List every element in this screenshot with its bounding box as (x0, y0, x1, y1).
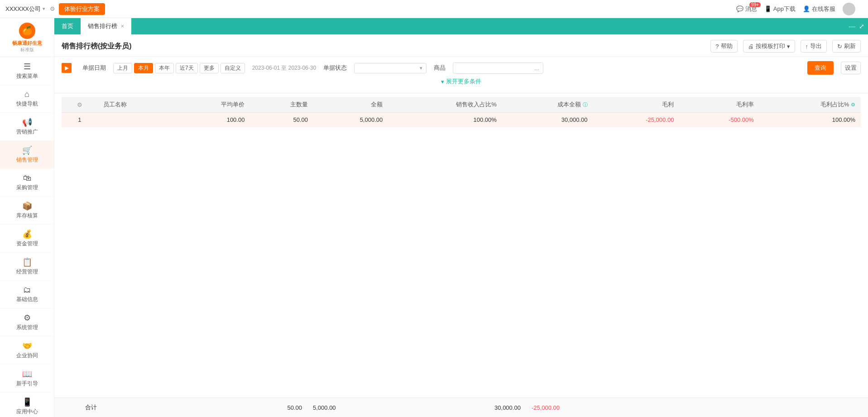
sidebar-item-basic[interactable]: 🗂 基础信息 (0, 281, 54, 308)
sidebar-item-collab[interactable]: 🤝 企业协同 (0, 336, 54, 364)
gross-pct-icon[interactable]: ⚙ (851, 102, 855, 107)
filter-row: ▶ 单据日期 上月 本月 本年 近7天 更多 自定义 2023-06-01 至 … (62, 61, 861, 75)
sidebar-item-quick[interactable]: ⌂ 快捷导航 (0, 85, 54, 113)
sidebar-item-guide[interactable]: 📖 新手引导 (0, 364, 54, 393)
data-table: ⚙ 员工名称 平均单价 主数量 全额 销售收入占比% 成本全额 ⓘ 毛利 毛利率… (62, 97, 861, 127)
sidebar-item-inventory[interactable]: 📦 库存核算 (0, 197, 54, 225)
main-layout: 🍊 畅康通好生意 标准版 ☰ 搜索菜单 ⌂ 快捷导航 📢 营销推广 🛒 销售管理… (0, 18, 868, 417)
sidebar-label-operation: 经营管理 (16, 268, 38, 276)
help-button[interactable]: ? 帮助 (710, 40, 737, 53)
tab-maximize-button[interactable]: ⤢ (859, 23, 864, 30)
refresh-label: 刷新 (844, 42, 856, 50)
col-settings[interactable]: ⚙ (62, 97, 98, 113)
company-name: XXXXXX公司 (5, 5, 41, 13)
status-label: 单据状态 (323, 64, 347, 72)
date-label: 单据日期 (82, 64, 106, 72)
col-sales-pct: 销售收入占比% (388, 97, 502, 113)
this-year-button[interactable]: 本年 (155, 63, 174, 73)
purchase-icon: 🛍 (23, 173, 31, 183)
cost-info-icon[interactable]: ⓘ (583, 102, 588, 107)
message-badge: 99+ (749, 2, 761, 7)
collab-icon: 🤝 (22, 341, 32, 351)
service-icon: 👤 (803, 5, 810, 12)
service-label: 在线客服 (812, 5, 835, 13)
last-month-button[interactable]: 上月 (113, 63, 132, 73)
top-bar: XXXXXX公司 ▾ ⚙ 体验行业方案 💬 消息 99+ 📱 App下载 👤 在… (0, 0, 868, 18)
more-button[interactable]: 更多 (200, 63, 219, 73)
system-icon: ⚙ (24, 313, 31, 323)
tab-close-icon[interactable]: × (121, 23, 124, 29)
footer-row: 合计 50.00 5,000.00 30,000.00 -25,000.00 (62, 402, 861, 413)
company-selector[interactable]: XXXXXX公司 ▾ (5, 5, 45, 13)
logo-icon: 🍊 (19, 23, 35, 39)
expand-more-button[interactable]: ▾ 展开更多条件 (62, 75, 861, 88)
cell-gross-pct: 100.00% (759, 113, 861, 127)
footer-amount: 5,000.00 (307, 403, 341, 413)
sidebar-item-purchase[interactable]: 🛍 采购管理 (0, 169, 54, 197)
tab-sales-ranking[interactable]: 销售排行榜 × (81, 18, 131, 34)
export-button[interactable]: ↑ 导出 (801, 40, 827, 53)
quick-search-toggle[interactable]: ▶ (62, 63, 72, 73)
app-download-button[interactable]: 📱 App下载 (764, 5, 796, 13)
help-label: 帮助 (721, 42, 733, 50)
goods-input[interactable]: ... (453, 62, 543, 74)
sidebar-label-guide: 新手引导 (16, 380, 38, 388)
trial-button[interactable]: 体验行业方案 (59, 3, 105, 15)
refresh-button[interactable]: ↻ 刷新 (832, 40, 861, 53)
app-label: App下载 (773, 5, 796, 13)
table-row: 1 100.00 50.00 5,000.00 100.00% 30,000.0… (62, 113, 861, 127)
status-select-arrow-icon: ▾ (420, 65, 422, 71)
page-header-actions: ? 帮助 🖨 按模板打印 ▾ ↑ 导出 ↻ 刷新 (710, 40, 861, 53)
logo-text: 畅康通好生意 (12, 40, 42, 47)
avatar[interactable] (843, 3, 855, 15)
sidebar-item-operation[interactable]: 📋 经营管理 (0, 253, 54, 281)
date-buttons: 上月 本月 本年 近7天 更多 自定义 (113, 63, 245, 73)
print-button[interactable]: 🖨 按模板打印 ▾ (743, 40, 795, 53)
goods-label: 商品 (434, 64, 446, 72)
online-service-button[interactable]: 👤 在线客服 (803, 5, 835, 13)
sidebar-item-system[interactable]: ⚙ 系统管理 (0, 308, 54, 336)
sidebar-item-finance[interactable]: 💰 资金管理 (0, 225, 54, 253)
settings-filter-button[interactable]: 设置 (841, 62, 861, 74)
tab-bar-right: — ⤢ (849, 23, 868, 30)
custom-button[interactable]: 自定义 (221, 63, 245, 73)
sidebar-label-purchase: 采购管理 (16, 184, 38, 192)
filter-area: ▶ 单据日期 上月 本月 本年 近7天 更多 自定义 2023-06-01 至 … (54, 57, 868, 93)
cell-main-qty: 50.00 (250, 113, 313, 127)
sidebar-item-sales[interactable]: 🛒 销售管理 (0, 141, 54, 169)
sidebar-item-search[interactable]: ☰ 搜索菜单 (0, 57, 54, 85)
date-range: 2023-06-01 至 2023-06-30 (252, 64, 316, 72)
sidebar-label-collab: 企业协同 (16, 352, 38, 359)
sidebar-label-basic: 基础信息 (16, 296, 38, 303)
tab-bar: 首页 销售排行榜 × — ⤢ (54, 18, 868, 34)
message-button[interactable]: 💬 消息 99+ (736, 5, 757, 13)
sidebar-label-apps: 应用中心 (16, 408, 38, 416)
marketing-icon: 📢 (22, 117, 32, 127)
table-settings-icon[interactable]: ⚙ (77, 101, 82, 108)
export-label: 导出 (810, 42, 822, 50)
cell-amount: 5,000.00 (313, 113, 388, 127)
tab-minimize-button[interactable]: — (849, 23, 855, 30)
tab-home[interactable]: 首页 (54, 18, 81, 34)
message-icon: 💬 (736, 5, 743, 12)
logo-sub: 标准版 (20, 47, 34, 53)
expand-down-icon: ▾ (441, 78, 444, 85)
operation-icon: 📋 (22, 257, 32, 267)
sidebar-item-marketing[interactable]: 📢 营销推广 (0, 113, 54, 141)
last7-button[interactable]: 近7天 (176, 63, 198, 73)
footer-cost: 30,000.00 (489, 403, 526, 413)
col-avg-price: 平均单价 (174, 97, 250, 113)
sidebar-item-apps[interactable]: 📱 应用中心 (0, 393, 54, 417)
col-amount: 全额 (313, 97, 388, 113)
cell-cost: 30,000.00 (502, 113, 593, 127)
query-button[interactable]: 查询 (807, 61, 834, 75)
sidebar-label-sales: 销售管理 (16, 156, 38, 164)
settings-icon[interactable]: ⚙ (50, 5, 55, 12)
apps-icon: 📱 (22, 397, 32, 407)
this-month-button[interactable]: 本月 (134, 63, 153, 73)
print-icon: 🖨 (748, 43, 754, 50)
status-select[interactable]: ▾ (354, 63, 427, 73)
sidebar: 🍊 畅康通好生意 标准版 ☰ 搜索菜单 ⌂ 快捷导航 📢 营销推广 🛒 销售管理… (0, 18, 54, 417)
refresh-icon: ↻ (837, 43, 842, 50)
top-bar-right: 💬 消息 99+ 📱 App下载 👤 在线客服 (736, 3, 863, 15)
